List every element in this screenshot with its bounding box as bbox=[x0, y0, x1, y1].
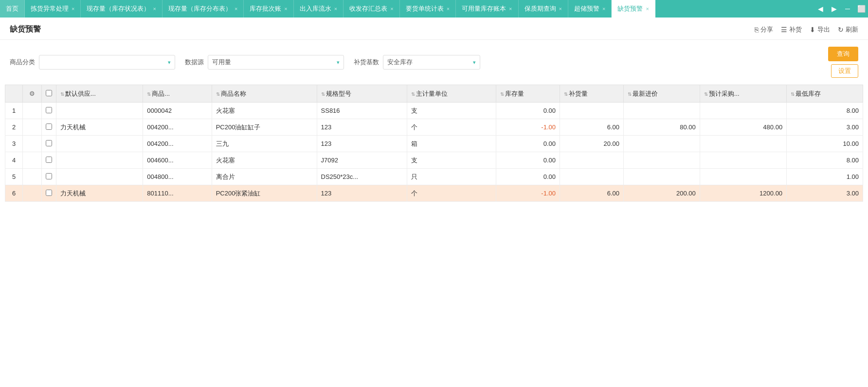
row-checkbox[interactable] bbox=[46, 107, 52, 113]
replenish-qty-cell: 6.00 bbox=[560, 119, 623, 136]
table-row: 2力天机械004200...PC200油缸缸子123个-1.006.0080.0… bbox=[5, 119, 863, 136]
tab-inout-flow[interactable]: 出入库流水× bbox=[294, 0, 344, 18]
row-checkbox[interactable] bbox=[46, 157, 52, 163]
tab-close-order-stats[interactable]: × bbox=[447, 6, 450, 12]
item-name-cell: PC200油缸缸子 bbox=[212, 119, 317, 136]
row-settings-cell bbox=[23, 136, 42, 152]
unit-cell: 支 bbox=[407, 103, 496, 119]
tab-close-batch-account[interactable]: × bbox=[284, 6, 287, 12]
tab-order-stats[interactable]: 要货单统计表× bbox=[400, 0, 456, 18]
estimated-purchase-cell: 1200.00 bbox=[700, 185, 786, 202]
tab-inventory-status[interactable]: 现存量（库存状况表）× bbox=[81, 0, 162, 18]
tab-available-ledger[interactable]: 可用量库存账本× bbox=[456, 0, 518, 18]
replenish-button[interactable]: ☰ 补货 bbox=[781, 25, 802, 34]
row-settings-cell bbox=[23, 152, 42, 169]
category-select[interactable]: ▾ bbox=[39, 55, 175, 70]
replenish-basis-select[interactable]: 安全库存 ▾ bbox=[383, 55, 480, 70]
col-header-item-code: ⇅商品... bbox=[143, 85, 212, 103]
table-row: 3004200...三九123箱0.0020.0010.00 bbox=[5, 136, 863, 152]
refresh-icon: ↻ bbox=[838, 26, 844, 34]
supplier-cell bbox=[56, 103, 143, 119]
stock-cell: 0.00 bbox=[496, 103, 560, 119]
row-checkbox-cell[interactable] bbox=[42, 185, 56, 202]
window-maximize[interactable]: ⬜ bbox=[854, 0, 868, 18]
tab-close-inventory-status[interactable]: × bbox=[153, 6, 156, 12]
min-stock-cell: 8.00 bbox=[787, 152, 863, 169]
row-checkbox[interactable] bbox=[46, 190, 52, 196]
supplier-cell: 力天机械 bbox=[56, 119, 143, 136]
stock-cell: 0.00 bbox=[496, 169, 560, 185]
col-header-replenish-qty: ⇅补货量 bbox=[560, 85, 623, 103]
share-button[interactable]: ⎘ 分享 bbox=[755, 25, 773, 34]
tab-label-inventory-status: 现存量（库存状况表） bbox=[87, 4, 150, 13]
tab-close-expiry-query[interactable]: × bbox=[559, 6, 562, 12]
supplier-cell bbox=[56, 152, 143, 169]
column-settings-icon[interactable]: ⚙ bbox=[27, 88, 37, 99]
col-header-checkbox[interactable] bbox=[42, 85, 56, 103]
row-checkbox-cell[interactable] bbox=[42, 169, 56, 185]
select-all-checkbox[interactable] bbox=[46, 90, 52, 96]
export-button[interactable]: ⬇ 导出 bbox=[810, 25, 830, 34]
supplier-cell bbox=[56, 136, 143, 152]
table-container: ⚙⇅默认供应...⇅商品...⇅商品名称⇅规格型号⇅主计量单位⇅库存量⇅补货量⇅… bbox=[0, 85, 868, 211]
row-checkbox-cell[interactable] bbox=[42, 103, 56, 119]
col-header-settings[interactable]: ⚙ bbox=[23, 85, 42, 103]
row-settings-cell bbox=[23, 185, 42, 202]
row-checkbox-cell[interactable] bbox=[42, 152, 56, 169]
datasource-filter-group: 数据源 可用量 ▾ bbox=[185, 55, 344, 70]
row-checkbox-cell[interactable] bbox=[42, 119, 56, 136]
item-code-cell: 004200... bbox=[143, 119, 212, 136]
latest-price-cell: 80.00 bbox=[623, 119, 700, 136]
min-stock-cell: 8.00 bbox=[787, 103, 863, 119]
item-code-cell: 0000042 bbox=[143, 103, 212, 119]
replenish-basis-arrow-icon: ▾ bbox=[473, 59, 476, 66]
estimated-purchase-cell bbox=[700, 103, 786, 119]
tab-label-exception: 拣货异常处理 bbox=[31, 4, 69, 13]
tab-overstock[interactable]: 超储预警× bbox=[568, 0, 612, 18]
latest-price-cell bbox=[623, 103, 700, 119]
supplier-cell: 力天机械 bbox=[56, 185, 143, 202]
settings-button[interactable]: 设置 bbox=[831, 64, 858, 78]
replenish-qty-cell bbox=[560, 169, 623, 185]
tab-home[interactable]: 首页 bbox=[0, 0, 25, 18]
col-header-min-stock: ⇅最低库存 bbox=[787, 85, 863, 103]
tab-exception[interactable]: 拣货异常处理× bbox=[25, 0, 81, 18]
estimated-purchase-cell: 480.00 bbox=[700, 119, 786, 136]
tab-label-expiry-query: 保质期查询 bbox=[524, 4, 556, 13]
tab-close-inout-flow[interactable]: × bbox=[334, 6, 337, 12]
tab-nav-right[interactable]: ▶ bbox=[827, 0, 841, 18]
tab-close-inventory-dist[interactable]: × bbox=[235, 6, 237, 12]
tab-expiry-query[interactable]: 保质期查询× bbox=[519, 0, 568, 18]
row-checkbox[interactable] bbox=[46, 173, 52, 179]
window-minimize[interactable]: ─ bbox=[841, 0, 854, 18]
tab-close-available-ledger[interactable]: × bbox=[509, 6, 512, 12]
tab-batch-account[interactable]: 库存批次账× bbox=[244, 0, 293, 18]
tab-label-collect-summary: 收发存汇总表 bbox=[349, 4, 387, 13]
tab-bar: 首页拣货异常处理×现存量（库存状况表）×现存量（库存分布表）×库存批次账×出入库… bbox=[0, 0, 868, 18]
table-row: 10000042火花塞SS816支0.008.00 bbox=[5, 103, 863, 119]
page-title: 缺货预警 bbox=[10, 24, 41, 35]
tab-nav-left[interactable]: ◀ bbox=[814, 0, 827, 18]
tab-close-overstock[interactable]: × bbox=[602, 6, 605, 12]
tab-close-collect-summary[interactable]: × bbox=[390, 6, 393, 12]
tab-close-shortage[interactable]: × bbox=[646, 6, 649, 12]
row-checkbox-cell[interactable] bbox=[42, 136, 56, 152]
table-row: 5004800...离合片DS250*23c...只0.001.00 bbox=[5, 169, 863, 185]
latest-price-cell: 200.00 bbox=[623, 185, 700, 202]
tab-close-exception[interactable]: × bbox=[72, 6, 74, 12]
row-checkbox[interactable] bbox=[46, 140, 52, 146]
row-number: 1 bbox=[5, 103, 23, 119]
latest-price-cell bbox=[623, 136, 700, 152]
row-number: 6 bbox=[5, 185, 23, 202]
tab-collect-summary[interactable]: 收发存汇总表× bbox=[344, 0, 399, 18]
row-checkbox[interactable] bbox=[46, 123, 52, 130]
query-button[interactable]: 查询 bbox=[828, 47, 858, 61]
tab-shortage[interactable]: 缺货预警× bbox=[612, 0, 655, 18]
tab-label-inventory-dist: 现存量（库存分布表） bbox=[168, 4, 232, 13]
tab-inventory-dist[interactable]: 现存量（库存分布表）× bbox=[163, 0, 244, 18]
export-icon: ⬇ bbox=[810, 26, 815, 34]
tab-label-overstock: 超储预警 bbox=[574, 4, 599, 13]
refresh-button[interactable]: ↻ 刷新 bbox=[838, 25, 858, 34]
datasource-select[interactable]: 可用量 ▾ bbox=[208, 55, 344, 70]
spec-cell: SS816 bbox=[317, 103, 407, 119]
